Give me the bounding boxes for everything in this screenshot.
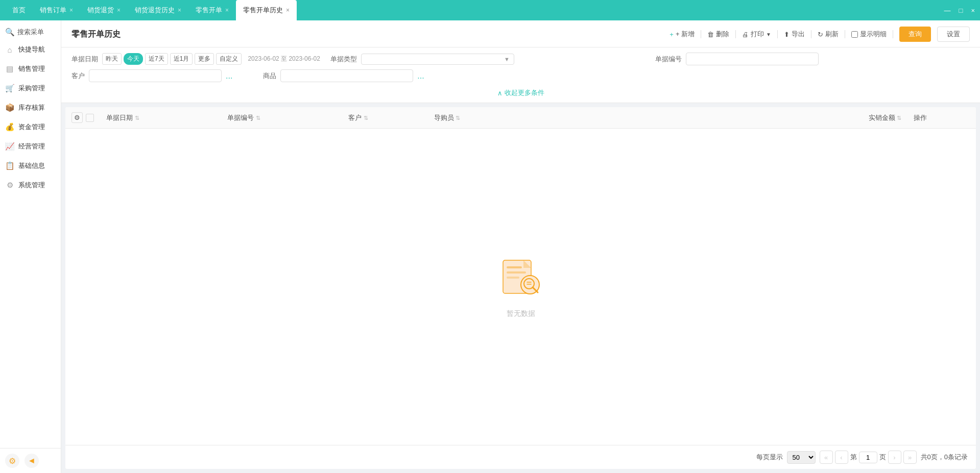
date-filter-label: 单据日期 [71,55,98,64]
sort-date-icon[interactable]: ⇅ [135,115,139,121]
sort-number-icon[interactable]: ⇅ [256,115,260,121]
content-area: 零售开单历史 + + 新增 🗑 删除 🖨 打印 ▼ [61,20,980,473]
display-detail-checkbox[interactable] [851,31,858,38]
customer-input[interactable] [89,69,222,82]
sidebar-item-sales[interactable]: ▤ 销售管理 [0,59,61,79]
page-number-input[interactable] [859,452,877,463]
export-button[interactable]: ⬆ 导出 [784,30,805,39]
month1-btn[interactable]: 近1月 [170,53,193,65]
print-dropdown-icon: ▼ [766,32,771,37]
tab-sales-return-history[interactable]: 销货退货历史 × [128,0,188,20]
th-settings: ⚙ [65,107,100,129]
tab-close-sales-order[interactable]: × [69,7,73,14]
last-page-btn[interactable]: » [903,451,917,464]
minimize-btn[interactable]: — [944,7,951,14]
tab-retail-order[interactable]: 零售开单 × [188,0,236,20]
goods-input[interactable] [280,69,413,82]
sidebar-item-inventory[interactable]: 📦 库存核算 [0,98,61,117]
print-button[interactable]: 🖨 打印 ▼ [742,30,771,39]
print-icon: 🖨 [742,31,749,38]
th-action-label: 操作 [914,114,927,121]
top-bar: 首页 销售订单 × 销货退货 × 销货退货历史 × 零售开单 × 零售开单历史 … [0,0,980,20]
table-settings-icon[interactable]: ⚙ [71,112,83,123]
total-info: 共0页，0条记录 [921,453,968,462]
sidebar-item-purchase[interactable]: 🛒 采购管理 [0,79,61,98]
tab-close-sales-return[interactable]: × [117,7,121,14]
home-icon: ⌂ [5,45,14,54]
main-layout: 🔍 搜索采单 ⌂ 快捷导航 ▤ 销售管理 🛒 采购管理 📦 库存核算 💰 资金管… [0,20,980,473]
th-spacer [531,107,786,129]
th-customer-label: 客户 [348,114,362,121]
restore-btn[interactable]: □ [959,7,963,14]
search-icon: 🔍 [5,28,14,37]
th-customer: 客户 ⇅ [342,107,428,129]
operation-icon: 📈 [5,142,14,151]
divider-4 [811,30,811,38]
divider-5 [845,30,845,38]
close-btn[interactable]: × [971,7,975,14]
next-page-btn[interactable]: › [888,451,901,464]
goods-dots-icon[interactable]: ... [417,71,424,81]
sidebar-item-finance[interactable]: 💰 资金管理 [0,117,61,137]
date-buttons: 昨天 今天 近7天 近1月 更多 自定义 [102,53,242,65]
page-size-select[interactable]: 50 100 200 [787,451,816,464]
refresh-icon: ↻ [818,31,823,38]
collapse-sidebar-icon[interactable]: ◄ [25,454,39,468]
collapse-button[interactable]: ∧ 收起更多条件 [497,88,544,97]
number-filter-label: 单据编号 [655,55,682,64]
customer-filter-label: 客户 [71,71,85,81]
tab-home[interactable]: 首页 [5,0,33,20]
tabs-area: 首页 销售订单 × 销货退货 × 销货退货历史 × 零售开单 × 零售开单历史 … [5,0,297,20]
pagination-bar: 每页显示 50 100 200 « ‹ 第 页 › » 共0页，0条记录 [65,445,976,469]
collapse-row: ∧ 收起更多条件 [71,86,970,97]
sort-customer-icon[interactable]: ⇅ [364,115,368,121]
filter-row-1: 单据日期 昨天 今天 近7天 近1月 更多 自定义 2023-06-02 至 2… [71,53,970,65]
tab-sales-order[interactable]: 销售订单 × [33,0,80,20]
query-button[interactable]: 查询 [899,27,931,42]
filter-customer-item: 客户 ... [71,69,232,82]
refresh-button[interactable]: ↻ 刷新 [818,30,839,39]
sidebar-item-operation[interactable]: 📈 经营管理 [0,137,61,156]
sidebar: 🔍 搜索采单 ⌂ 快捷导航 ▤ 销售管理 🛒 采购管理 📦 库存核算 💰 资金管… [0,20,61,473]
customer-dots-icon[interactable]: ... [226,71,232,81]
custom-btn[interactable]: 自定义 [216,53,242,65]
filter-number-item: 单据编号 [655,53,970,65]
number-input[interactable] [686,53,819,65]
yesterday-btn[interactable]: 昨天 [102,53,122,65]
header-actions: + + 新增 🗑 删除 🖨 打印 ▼ ⬆ 导出 [670,27,970,42]
filter-goods-item: 商品 ... [263,69,424,82]
date-range-text: 2023-06-02 至 2023-06-02 [248,55,320,63]
sidebar-item-basic[interactable]: 📋 基础信息 [0,156,61,176]
setting-button[interactable]: 设置 [937,27,970,42]
system-icon: ⚙ [5,181,14,190]
more-btn[interactable]: 更多 [195,53,214,65]
settings-gear-icon[interactable]: ⚙ [5,454,19,468]
tab-close-sales-return-history[interactable]: × [178,7,181,14]
page-header: 零售开单历史 + + 新增 🗑 删除 🖨 打印 ▼ [61,20,980,47]
today-btn[interactable]: 今天 [124,53,143,65]
filter-row-2: 客户 ... 商品 ... [71,69,970,82]
sidebar-item-nav[interactable]: ⌂ 快捷导航 [0,40,61,59]
week7-btn[interactable]: 近7天 [145,53,168,65]
sidebar-search[interactable]: 🔍 搜索采单 [0,24,61,40]
table-select-all-checkbox[interactable] [86,114,94,122]
prev-page-btn[interactable]: ‹ [835,451,848,464]
type-select[interactable]: ▼ [361,54,514,65]
filter-type-item: 单据类型 ▼ [330,54,645,65]
th-guide-label: 导购员 [434,114,454,121]
delete-button[interactable]: 🗑 删除 [707,30,729,39]
tab-retail-history[interactable]: 零售开单历史 × [236,0,297,20]
tab-close-retail-order[interactable]: × [225,7,229,14]
sort-amount-icon[interactable]: ⇅ [897,115,901,121]
sort-guide-icon[interactable]: ⇅ [456,115,460,121]
divider-6 [893,30,893,38]
empty-text: 暂无数据 [507,309,535,318]
delete-icon: 🗑 [707,31,714,38]
tab-sales-return[interactable]: 销货退货 × [80,0,128,20]
sidebar-item-system[interactable]: ⚙ 系统管理 [0,176,61,195]
first-page-btn[interactable]: « [820,451,833,464]
th-amount-label: 实销金额 [869,114,895,121]
add-button[interactable]: + + 新增 [670,30,695,39]
tab-close-retail-history[interactable]: × [286,7,290,14]
top-bar-right: — □ × [944,7,975,14]
